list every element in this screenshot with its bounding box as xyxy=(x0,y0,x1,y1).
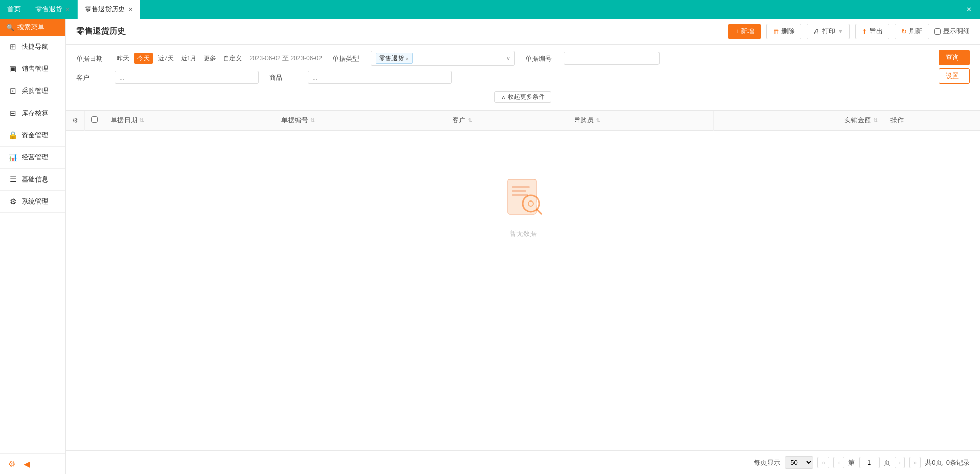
sidebar-search[interactable]: 🔍 搜索菜单 xyxy=(0,19,65,36)
sidebar-item-operations[interactable]: 📊 经营管理 xyxy=(0,147,65,169)
delete-button[interactable]: 🗑 删除 xyxy=(766,24,801,39)
sidebar-item-label-system-mgmt: 系统管理 xyxy=(22,197,48,206)
sales-mgmt-icon: ▣ xyxy=(8,64,17,74)
th-customer[interactable]: 客户 ⇅ xyxy=(446,111,567,131)
tab-home[interactable]: 首页 xyxy=(0,0,28,19)
goods-input[interactable] xyxy=(308,71,452,84)
customer-input[interactable] xyxy=(115,71,259,84)
th-customer-label: 客户 xyxy=(452,116,466,125)
first-page-button[interactable]: « xyxy=(817,457,829,468)
th-settings[interactable]: ⚙ xyxy=(66,111,85,131)
doc-date-label: 单据日期 xyxy=(76,54,104,63)
empty-text: 暂无数据 xyxy=(510,229,537,239)
show-detail-checkbox[interactable] xyxy=(934,28,941,35)
th-amount-label: 实销金额 xyxy=(844,116,871,125)
filter-action-buttons: 查询 设置 xyxy=(939,50,970,84)
tab-retail-return-close[interactable]: ✕ xyxy=(65,6,70,13)
sidebar-item-sales-mgmt[interactable]: ▣ 销售管理 xyxy=(0,58,65,80)
sidebar-item-finance[interactable]: 🔒 资金管理 xyxy=(0,124,65,147)
sidebar-item-quick-nav[interactable]: ⊞ 快捷导航 xyxy=(0,36,65,58)
filter-row-2: 客户 商品 xyxy=(76,71,970,84)
main-layout: 🔍 搜索菜单 ⊞ 快捷导航 ▣ 销售管理 ⊡ 采购管理 ⊟ 库存核算 🔒 资金管… xyxy=(0,19,980,474)
page-number-input[interactable] xyxy=(859,457,880,468)
th-amount[interactable]: 实销金额 ⇅ xyxy=(714,111,884,131)
date-shortcut-7days[interactable]: 近7天 xyxy=(156,53,176,63)
collapse-row: ∧ 收起更多条件 xyxy=(76,89,970,106)
date-shortcut-more[interactable]: 更多 xyxy=(202,53,218,63)
th-doc-date[interactable]: 单据日期 ⇅ xyxy=(104,111,275,131)
per-page-label: 每页显示 xyxy=(754,458,780,467)
column-settings-icon[interactable]: ⚙ xyxy=(72,117,78,124)
next-page-button[interactable]: › xyxy=(895,457,905,468)
date-shortcut-custom[interactable]: 自定义 xyxy=(221,53,244,63)
amount-sort-icon: ⇅ xyxy=(873,117,878,124)
doc-type-tag-close[interactable]: × xyxy=(406,56,409,62)
sidebar-item-label-sales-mgmt: 销售管理 xyxy=(22,64,48,74)
inventory-icon: ⊟ xyxy=(8,108,17,118)
th-guide[interactable]: 导购员 ⇅ xyxy=(567,111,714,131)
th-checkbox[interactable] xyxy=(85,111,104,131)
sidebar-item-inventory[interactable]: ⊟ 库存核算 xyxy=(0,102,65,124)
tab-retail-return-history-close[interactable]: ✕ xyxy=(128,6,133,13)
refresh-icon: ↻ xyxy=(901,28,907,35)
customer-sort-icon: ⇅ xyxy=(468,117,472,124)
date-shortcut-1month[interactable]: 近1月 xyxy=(179,53,199,63)
tab-retail-return-history-label: 零售退货历史 xyxy=(85,5,125,14)
doc-type-tag: 零售退货 × xyxy=(376,53,413,64)
sidebar-item-base-info[interactable]: ☰ 基础信息 xyxy=(0,169,65,191)
export-button[interactable]: ⬆ 导出 xyxy=(855,24,889,39)
th-doc-number[interactable]: 单据编号 ⇅ xyxy=(275,111,446,131)
print-icon: 🖨 xyxy=(813,28,820,35)
query-button[interactable]: 查询 xyxy=(939,50,970,65)
table-area: ⚙ 单据日期 ⇅ 单据编号 xyxy=(66,111,980,450)
new-button[interactable]: + 新增 xyxy=(728,24,761,39)
pagination-bar: 每页显示 50 100 200 « ‹ 第 页 › » 共0页, 0条记录 xyxy=(66,450,980,474)
header-actions: + 新增 🗑 删除 🖨 打印 ▼ ⬆ 导出 ↻ 刷新 xyxy=(728,24,970,39)
page-total: 共0页, 0条记录 xyxy=(925,458,970,467)
search-icon: 🔍 xyxy=(6,24,14,31)
sidebar-item-label-finance: 资金管理 xyxy=(22,131,48,140)
sidebar-bottom: ⚙ ◀ xyxy=(0,453,65,474)
th-actions: 操作 xyxy=(884,111,980,131)
tab-retail-return-label: 零售退货 xyxy=(35,5,62,14)
select-all-checkbox[interactable] xyxy=(91,116,98,123)
sidebar-item-label-quick-nav: 快捷导航 xyxy=(22,42,48,51)
empty-illustration xyxy=(497,172,549,223)
date-shortcut-yesterday[interactable]: 昨天 xyxy=(115,53,131,63)
finance-icon: 🔒 xyxy=(8,131,17,140)
tab-retail-return-history[interactable]: 零售退货历史 ✕ xyxy=(78,0,140,19)
per-page-select[interactable]: 50 100 200 xyxy=(785,456,813,469)
prev-page-button[interactable]: ‹ xyxy=(833,457,844,468)
collapse-button[interactable]: ∧ 收起更多条件 xyxy=(494,91,551,103)
table-header: ⚙ 单据日期 ⇅ 单据编号 xyxy=(66,111,980,131)
last-page-button[interactable]: » xyxy=(909,457,921,468)
system-mgmt-icon: ⚙ xyxy=(8,197,17,206)
doc-type-input[interactable]: 零售退货 × ∨ xyxy=(371,51,515,66)
settings-bottom-icon[interactable]: ⚙ xyxy=(8,459,15,469)
sidebar-item-label-inventory: 库存核算 xyxy=(22,108,48,118)
purchase-mgmt-icon: ⊡ xyxy=(8,86,17,96)
print-arrow-icon: ▼ xyxy=(838,28,843,34)
top-tab-bar: 首页 零售退货 ✕ 零售退货历史 ✕ ✕ xyxy=(0,0,980,19)
date-shortcut-today[interactable]: 今天 xyxy=(134,53,153,64)
sidebar-item-system-mgmt[interactable]: ⚙ 系统管理 xyxy=(0,191,65,213)
refresh-button[interactable]: ↻ 刷新 xyxy=(895,24,929,39)
show-detail-label[interactable]: 显示明细 xyxy=(934,27,970,36)
data-table: ⚙ 单据日期 ⇅ 单据编号 xyxy=(66,111,980,131)
window-close-button[interactable]: ✕ xyxy=(966,6,980,13)
doc-number-input[interactable] xyxy=(564,52,660,65)
delete-icon: 🗑 xyxy=(773,28,779,35)
date-shortcuts: 昨天 今天 近7天 近1月 更多 自定义 2023-06-02 至 2023-0… xyxy=(115,53,322,64)
settings-button[interactable]: 设置 xyxy=(939,68,970,84)
doc-number-label: 单据编号 xyxy=(525,54,554,63)
filter-area: 单据日期 昨天 今天 近7天 近1月 更多 自定义 2023-06-02 至 2… xyxy=(66,45,980,111)
page-unit: 页 xyxy=(884,458,890,467)
print-button[interactable]: 🖨 打印 ▼ xyxy=(807,24,850,39)
sidebar-item-purchase-mgmt[interactable]: ⊡ 采购管理 xyxy=(0,80,65,102)
page-title: 零售退货历史 xyxy=(76,26,126,37)
tab-retail-return[interactable]: 零售退货 ✕ xyxy=(28,0,78,19)
collapse-sidebar-icon[interactable]: ◀ xyxy=(24,459,30,469)
sidebar-item-label-base-info: 基础信息 xyxy=(22,175,48,184)
page-label: 第 xyxy=(848,458,855,467)
svg-point-5 xyxy=(525,198,537,209)
